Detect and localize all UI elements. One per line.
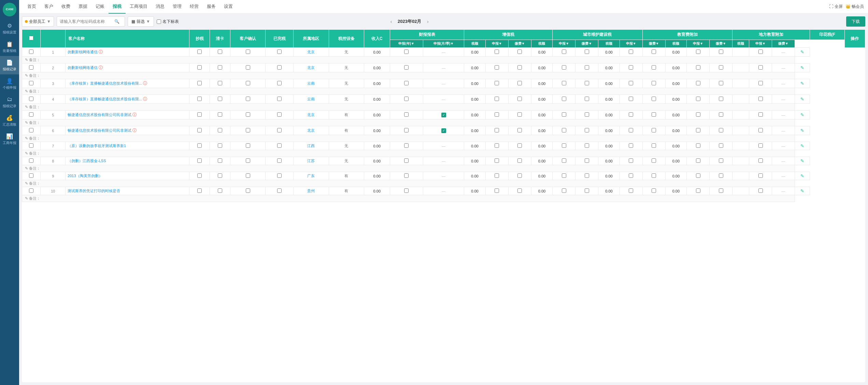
col-jy-shenbao[interactable]: 申报▼ [620,40,642,48]
row-shenbao-month[interactable]: — [423,142,464,150]
row-edit[interactable]: ✎ [795,142,810,150]
qingka-checkbox[interactable] [218,81,222,85]
zz-shenbao-cb[interactable] [495,65,499,70]
df-shenbao-cb[interactable] [696,143,700,148]
row-df-jiaofei[interactable] [710,63,732,72]
df-shenbao-cb[interactable] [696,81,700,85]
nav-jizhi[interactable]: 记账 [91,0,109,14]
sidebar-item-piliang-baoshui[interactable]: 📋 批量报税 [0,38,19,56]
sidebar-item-gongshangnian-bao[interactable]: 📊 工商年报 [0,130,19,148]
search-input[interactable] [60,19,114,24]
shenbao-year-cb[interactable] [404,81,409,85]
row-df-shenbao[interactable] [687,95,710,104]
row-shenbao-year[interactable] [390,142,423,150]
df-jiaofei-cb[interactable] [719,112,723,117]
jy-jiaofei-cb[interactable] [652,81,656,85]
row-qingka[interactable] [210,187,230,195]
row-qingka[interactable] [210,142,230,150]
row-chaoshui[interactable] [189,172,210,180]
row-yh-shenbao[interactable] [749,126,772,135]
qingka-checkbox[interactable] [218,128,222,132]
cs-jiaofei-cb[interactable] [585,158,589,163]
row-jy-shenbao[interactable] [620,126,642,135]
row-df-shenbao[interactable] [687,142,710,150]
next-month-button[interactable]: › [424,18,431,25]
df-shenbao-cb[interactable] [696,128,700,132]
queren-checkbox[interactable] [246,97,250,101]
cs-jiaofei-cb[interactable] [585,188,589,193]
row-zz-jiaofei[interactable] [508,111,531,119]
edit-icon[interactable]: ✎ [800,49,804,55]
sidebar-item-baoshui-shezhi[interactable]: ⚙ 报税设置 [0,19,19,38]
shenbao-year-cb[interactable] [404,158,409,163]
zz-shenbao-cb[interactable] [495,112,499,117]
queren-checkbox[interactable] [246,65,250,70]
jy-jiaofei-cb[interactable] [652,143,656,148]
edit-icon[interactable]: ✎ [800,112,804,117]
row-wanshu[interactable] [266,95,294,104]
shenbao-year-cb[interactable] [404,112,409,117]
row-yh-shenbao[interactable] [749,187,772,195]
qingka-checkbox[interactable] [218,173,222,178]
row-shenbao-year[interactable] [390,111,423,119]
edit-icon[interactable]: ✎ [800,81,804,86]
row-checkbox-cell[interactable] [22,48,41,57]
cs-shenbao-cb[interactable] [562,81,566,85]
row-queren[interactable] [230,48,265,57]
queren-checkbox[interactable] [246,158,250,163]
qingka-checkbox[interactable] [218,158,222,163]
row-queren[interactable] [230,172,265,180]
row-qingka[interactable] [210,79,230,88]
row-df-jiaofei[interactable] [710,187,732,195]
zz-jiaofei-cb[interactable] [517,49,522,54]
fullscreen-btn[interactable]: ⛶ 全屏 [829,4,842,10]
row-zz-jiaofei[interactable] [508,79,531,88]
row-wanshu[interactable] [266,63,294,72]
wanshu-checkbox[interactable] [277,143,282,148]
zz-jiaofei-cb[interactable] [517,112,522,117]
row-wanshu[interactable] [266,172,294,180]
wanshu-checkbox[interactable] [277,158,282,163]
row-cs-jiaofei[interactable] [575,187,598,195]
row-zz-jiaofei[interactable] [508,126,531,135]
row-cs-shenbao[interactable] [553,111,575,119]
row-queren[interactable] [230,157,265,165]
nav-fuwu[interactable]: 服务 [203,0,220,14]
edit-icon[interactable]: ✎ [800,97,804,102]
row-checkbox[interactable] [29,143,33,148]
row-edit[interactable]: ✎ [795,172,810,180]
col-jy-jiaofei[interactable]: 缴费▼ [642,40,665,48]
company-link[interactable]: （库存核算）直播畅捷通信息技术股份有限... [68,97,142,101]
zz-jiaofei-cb[interactable] [517,97,522,101]
row-jy-jiaofei[interactable] [642,157,665,165]
edit-icon[interactable]: ✎ [800,65,804,70]
wanshu-checkbox[interactable] [277,97,282,101]
jy-shenbao-cb[interactable] [629,143,633,148]
queren-checkbox[interactable] [246,188,250,193]
row-chaoshui[interactable] [189,48,210,57]
row-cs-shenbao[interactable] [553,172,575,180]
yh-shenbao-cb[interactable] [758,158,763,163]
wanshu-checkbox[interactable] [277,49,282,54]
cs-shenbao-cb[interactable] [562,173,566,178]
row-checkbox[interactable] [29,188,33,193]
sidebar-item-baoshui-jilu2[interactable]: 🗂 报税记录 [0,93,19,111]
nav-shezhi[interactable]: 设置 [220,0,237,14]
col-cs-jiaofei[interactable]: 缴费▼ [575,40,598,48]
row-zz-shenbao[interactable] [485,48,508,57]
row-edit[interactable]: ✎ [795,95,810,104]
select-all-checkbox[interactable] [29,36,33,40]
zz-jiaofei-cb[interactable] [517,65,522,70]
row-qingka[interactable] [210,95,230,104]
row-queren[interactable] [230,187,265,195]
company-link[interactable]: （库存核算）直播畅捷通信息技术股份有限... [68,81,142,85]
row-cs-jiaofei[interactable] [575,63,598,72]
row-zz-jiaofei[interactable] [508,157,531,165]
row-jy-jiaofei[interactable] [642,126,665,135]
jy-jiaofei-cb[interactable] [652,97,656,101]
row-jy-jiaofei[interactable] [642,63,665,72]
row-shenbao-month[interactable]: — [423,95,464,104]
col-yh-shenbao[interactable]: 申报▼ [749,40,772,48]
row-jy-shenbao[interactable] [620,79,642,88]
row-cs-jiaofei[interactable] [575,95,598,104]
